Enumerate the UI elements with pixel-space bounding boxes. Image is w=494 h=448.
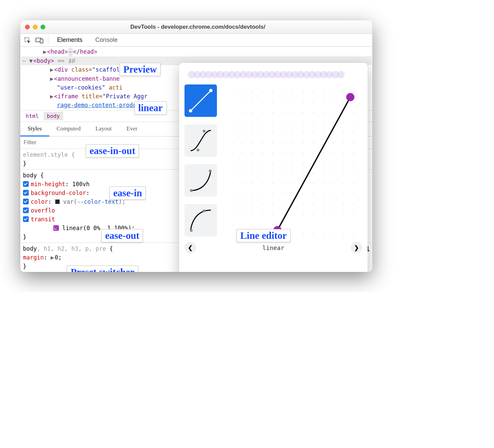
chevron-right-icon: ❯ [354, 244, 359, 251]
line-editor-canvas[interactable] [224, 84, 362, 237]
svg-rect-2 [40, 39, 43, 43]
easing-presets-column [184, 84, 217, 237]
chevron-left-icon: ❮ [188, 244, 193, 251]
svg-point-4 [189, 109, 192, 113]
color-swatch[interactable] [55, 199, 60, 204]
svg-line-3 [191, 91, 211, 111]
anno-linear: linear [134, 101, 167, 115]
prop-toggle-checkbox[interactable] [23, 199, 29, 204]
preset-switcher-row: ❮ linear ❯ [184, 242, 362, 253]
prev-preset-button[interactable]: ❮ [184, 242, 196, 253]
subtab-layout[interactable]: Layout [88, 122, 119, 136]
preset-ease-out[interactable] [184, 204, 217, 237]
expand-icon[interactable]: ▶ [50, 65, 54, 74]
expand-shorthand-icon[interactable]: ▶ [51, 253, 55, 262]
expand-icon[interactable]: ▶ [50, 92, 54, 101]
current-preset-label: linear [262, 244, 284, 251]
svg-point-11 [203, 209, 205, 212]
tab-elements[interactable]: Elements [52, 34, 88, 46]
prop-toggle-checkbox[interactable] [23, 190, 29, 196]
inspect-element-icon[interactable] [22, 36, 32, 45]
anno-ease-in: ease-in [109, 186, 146, 200]
prop-toggle-checkbox[interactable] [23, 207, 29, 213]
svg-point-9 [209, 170, 212, 172]
ellipsis-badge[interactable]: ⋯ [68, 48, 73, 56]
expand-icon[interactable]: ▶ [43, 47, 47, 56]
prop-toggle-checkbox[interactable] [23, 181, 29, 187]
collapse-icon[interactable]: ▼ [29, 56, 33, 65]
svg-point-7 [203, 130, 205, 132]
subtab-events[interactable]: Ever [119, 122, 145, 136]
devtools-toolbar: Elements Console [20, 34, 372, 47]
next-preset-button[interactable]: ❯ [351, 242, 362, 253]
control-point-end[interactable] [346, 93, 354, 101]
devtools-window: DevTools - developer.chrome.com/docs/dev… [20, 20, 372, 272]
expand-icon[interactable]: ▶ [50, 74, 54, 83]
crumb-body[interactable]: body [44, 112, 64, 120]
easing-swatch-icon[interactable] [53, 225, 59, 231]
svg-point-10 [190, 229, 193, 232]
anno-preview: Preview [120, 63, 160, 76]
dom-head-row[interactable]: ▶<head>⋯</head> [21, 47, 372, 56]
preset-ease-in[interactable] [184, 164, 217, 197]
svg-point-6 [197, 149, 199, 151]
window-titlebar: DevTools - developer.chrome.com/docs/dev… [20, 20, 372, 34]
device-mode-icon[interactable] [34, 36, 45, 45]
anno-ease-in-out: ease-in-out [86, 144, 139, 157]
animation-preview-strip[interactable] [184, 69, 362, 80]
subtab-computed[interactable]: Computed [49, 122, 88, 136]
svg-point-5 [209, 89, 213, 92]
separator [48, 36, 48, 44]
crumb-html[interactable]: html [22, 112, 42, 120]
svg-point-8 [190, 189, 193, 192]
window-title: DevTools - developer.chrome.com/docs/dev… [28, 24, 368, 30]
svg-line-12 [277, 97, 350, 230]
prop-toggle-checkbox[interactable] [23, 216, 29, 222]
work-area: ▶<head>⋯</head> ⋯ ▼<body> == $0 ▶<div cl… [20, 47, 372, 272]
preset-ease-in-out[interactable] [184, 124, 217, 157]
anno-preset-switcher: Preset switcher [67, 266, 138, 272]
anno-ease-out: ease-out [101, 229, 143, 242]
preset-linear[interactable] [184, 84, 217, 117]
anno-line-editor: Line editor [237, 229, 291, 242]
subtab-styles[interactable]: Styles [20, 122, 49, 136]
tab-console[interactable]: Console [90, 34, 123, 46]
